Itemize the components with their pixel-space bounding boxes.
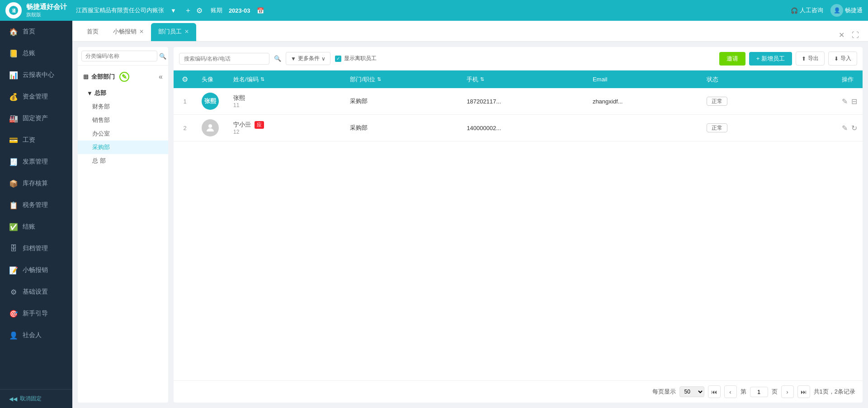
sidebar-item-close[interactable]: ✅ 结账 (0, 216, 72, 238)
refresh-btn-2[interactable]: ↻ (851, 124, 857, 132)
tabs-bar: 首页 小畅报销 ✕ 部门员工 ✕ ✕ ⛶ (72, 21, 868, 42)
sidebar-item-inventory[interactable]: 📦 库存核算 (0, 173, 72, 194)
table-row: 2 宁小亖 应 (174, 115, 863, 141)
import-btn[interactable]: ⬇ 导入 (828, 52, 857, 66)
row-num-2: 2 (174, 115, 196, 141)
export-btn[interactable]: ⬆ 导出 (796, 52, 825, 66)
sidebar-item-invoice[interactable]: 🧾 发票管理 (0, 151, 72, 173)
calendar-icon[interactable]: 📅 (257, 7, 264, 14)
cancel-fixed-btn[interactable]: ◀◀ 取消固定 (0, 389, 72, 408)
dept-search-icon[interactable]: 🔍 (159, 53, 166, 60)
company-dropdown-icon[interactable]: ▼ (170, 7, 176, 14)
edit-btn-2[interactable]: ✎ (842, 124, 848, 132)
page-last-btn[interactable]: ⏭ (797, 385, 810, 398)
row-phone-1: 187202117... (461, 88, 587, 115)
row-phone-2: 140000002... (461, 115, 587, 141)
dept-search-input[interactable] (81, 51, 157, 61)
sidebar-item-guide[interactable]: 🎯 新手引导 (0, 303, 72, 324)
dept-item-office[interactable]: 办公室 (78, 127, 168, 141)
add-company-icon[interactable]: ＋ (184, 6, 192, 15)
app-title: 畅捷通好会计 旗舰版 (26, 3, 67, 18)
dept-item-hq[interactable]: 总 部 (78, 154, 168, 168)
dept-group-header-hq[interactable]: ▼ 总部 (78, 86, 168, 100)
table-row: 1 张熙 张熙 11 采购部 187202117... zh (174, 88, 863, 115)
app-logo: 通 (5, 2, 22, 19)
dept-item-finance[interactable]: 财务部 (78, 100, 168, 113)
logout-btn-1[interactable]: ⊟ (851, 97, 857, 106)
sidebar-item-salary[interactable]: 💳 工资 (0, 129, 72, 151)
dept-item-sales[interactable]: 销售部 (78, 113, 168, 127)
row-dept-1: 采购部 (344, 88, 461, 115)
reports-icon: 📊 (9, 70, 18, 80)
invite-btn[interactable]: 邀请 (719, 52, 745, 66)
dept-search-bar: 🔍 (78, 47, 168, 66)
page-size-label: 每页显示 (652, 388, 676, 396)
show-resigned-toggle[interactable]: ✓ 显示离职员工 (335, 55, 377, 62)
employee-search-icon[interactable]: 🔍 (274, 55, 281, 62)
add-employee-btn[interactable]: + 新增员工 (749, 52, 792, 66)
pin-icon: ◀◀ (9, 396, 17, 402)
page-next-btn[interactable]: › (781, 385, 794, 398)
period-label: 账期 (211, 6, 222, 14)
sidebar-item-settings[interactable]: ⚙ 基础设置 (0, 281, 72, 303)
sidebar-item-tax[interactable]: 📋 税务管理 (0, 194, 72, 216)
col-settings: ⚙ (174, 70, 196, 88)
col-phone[interactable]: 手机 ⇅ (461, 70, 587, 88)
sidebar-item-social[interactable]: 👤 社会人 (0, 324, 72, 346)
tab-close-window-icon[interactable]: ✕ (837, 29, 846, 41)
edit-btn-1[interactable]: ✎ (842, 97, 848, 106)
page-first-btn[interactable]: ⏮ (708, 385, 721, 398)
sidebar-item-assets[interactable]: 🏭 固定资产 (0, 108, 72, 129)
page-size-select[interactable]: 50 20 100 (679, 386, 704, 397)
row-status-1: 正常 (701, 88, 789, 115)
dept-edit-btn[interactable]: ✎ (119, 72, 129, 82)
service-btn[interactable]: 🎧 人工咨询 (791, 6, 823, 14)
settings-icon[interactable]: ⚙ (196, 6, 203, 15)
dept-item-purchase[interactable]: 采购部 (78, 141, 168, 154)
tab-department-close-icon[interactable]: ✕ (184, 28, 189, 35)
employee-table-container: ⚙ 头像 姓名/编码 ⇅ (174, 70, 863, 380)
col-name[interactable]: 姓名/编码 ⇅ (228, 70, 344, 88)
pagination-bar: 每页显示 50 20 100 ⏮ ‹ 第 页 › ⏭ 共1页，2条记录 (174, 380, 863, 403)
page-prev-btn[interactable]: ‹ (724, 385, 737, 398)
main-layout: 🏠 首页 📒 总账 📊 云报表中心 💰 资金管理 🏭 固定资产 💳 工资 🧾 发… (0, 21, 868, 408)
topbar-right: 🎧 人工咨询 👤 畅捷通 (791, 4, 863, 17)
dept-all-item[interactable]: ⊞ 全部部门 ✎ « (78, 69, 168, 84)
col-email: Email (587, 70, 701, 88)
page-number-input[interactable] (750, 387, 768, 397)
row-email-2 (587, 115, 701, 141)
col-action: 操作 (789, 70, 863, 88)
tab-expense[interactable]: 小畅报销 ✕ (106, 23, 151, 41)
avatar: 👤 (830, 4, 843, 17)
sidebar-item-ledger[interactable]: 📒 总账 (0, 42, 72, 64)
user-menu[interactable]: 👤 畅捷通 (830, 4, 863, 17)
show-resigned-checkbox[interactable]: ✓ (335, 56, 341, 62)
funds-icon: 💰 (9, 92, 18, 101)
tab-home[interactable]: 首页 (80, 23, 106, 41)
dept-collapse-icon[interactable]: « (159, 73, 163, 81)
col-dept[interactable]: 部门/职位 ⇅ (344, 70, 461, 88)
chevron-down-icon: ∨ (321, 56, 326, 62)
tab-expand-icon[interactable]: ⛶ (850, 29, 861, 41)
more-filter-btn[interactable]: ▼ 更多条件 ∨ (286, 52, 330, 65)
assets-icon: 🏭 (9, 114, 18, 123)
tab-department[interactable]: 部门员工 ✕ (151, 23, 196, 41)
sidebar-item-expense[interactable]: 📝 小畅报销 (0, 259, 72, 281)
table-settings-icon[interactable]: ⚙ (182, 75, 188, 84)
invoice-icon: 🧾 (9, 157, 18, 166)
social-icon: 👤 (9, 331, 18, 340)
tab-expense-close-icon[interactable]: ✕ (139, 28, 144, 35)
sidebar-item-funds[interactable]: 💰 资金管理 (0, 86, 72, 108)
filter-icon: ▼ (291, 56, 296, 62)
employee-toolbar: 🔍 ▼ 更多条件 ∨ ✓ 显示离职员工 邀请 + 新增员工 (174, 47, 863, 70)
chevron-down-icon: ▼ (87, 90, 93, 97)
employee-table: ⚙ 头像 姓名/编码 ⇅ (174, 70, 863, 141)
archive-icon: 🗄 (9, 244, 18, 253)
sidebar-item-reports[interactable]: 📊 云报表中心 (0, 64, 72, 86)
sidebar-item-home[interactable]: 🏠 首页 (0, 21, 72, 42)
employee-search-input[interactable] (179, 53, 269, 65)
grid-icon: ⊞ (83, 73, 89, 80)
row-name-1: 张熙 11 (228, 88, 344, 115)
sidebar-item-archive[interactable]: 🗄 归档管理 (0, 238, 72, 259)
topbar: 通 畅捷通好会计 旗舰版 江西服宝精品有限责任公司内账张 ▼ ＋ ⚙ 账期 20… (0, 0, 868, 21)
